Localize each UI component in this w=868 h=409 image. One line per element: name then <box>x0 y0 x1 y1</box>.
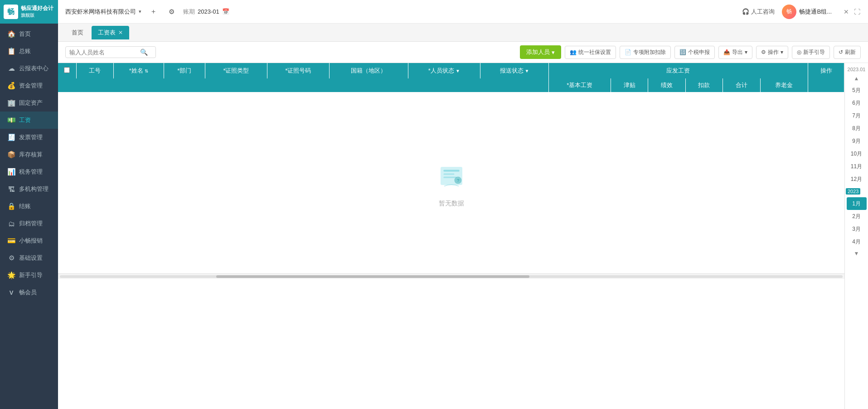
th-allowance: 津贴 <box>611 78 648 92</box>
sidebar-item-expense[interactable]: 💳 小畅报销 <box>0 232 58 249</box>
th-base-salary: *基本工资 <box>548 78 611 92</box>
sidebar-item-guide-label: 新手引导 <box>19 271 43 279</box>
month-1-active[interactable]: 1月 <box>847 197 867 210</box>
sidebar-item-close-account[interactable]: 🔒 结账 <box>0 198 58 215</box>
close-window-button[interactable]: ✕ <box>843 8 850 15</box>
sidebar-item-invoice[interactable]: 🧾 发票管理 <box>0 129 58 146</box>
month-5[interactable]: 5月 <box>847 84 867 97</box>
sidebar-item-home[interactable]: 🏠 首页 <box>0 25 58 43</box>
sidebar-item-archive[interactable]: 🗂 归档管理 <box>0 215 58 232</box>
sidebar-item-invoice-label: 发票管理 <box>19 133 43 141</box>
export-icon: 📤 <box>723 49 730 55</box>
sidebar-nav: 🏠 首页 📋 总账 ☁ 云报表中心 💰 资金管理 🏢 固定资产 💵 工资 🧾 发… <box>0 24 58 409</box>
close-account-icon: 🔒 <box>7 202 15 210</box>
month-4[interactable]: 4月 <box>847 235 867 248</box>
th-pension: 养老金 <box>760 78 808 92</box>
sidebar-item-multi-org[interactable]: 🏗 多机构管理 <box>0 180 58 198</box>
app-name: 畅应通好会计 <box>21 5 53 12</box>
tax-icon: 📊 <box>7 168 15 176</box>
guide-label: 新手引导 <box>803 49 825 56</box>
th-country: 国籍（地区） <box>329 63 408 78</box>
service-label: 人工咨询 <box>751 8 775 16</box>
export-dropdown-icon: ▾ <box>745 49 747 55</box>
sidebar-item-fixed-assets[interactable]: 🏢 固定资产 <box>0 94 58 112</box>
special-deduction-button[interactable]: 📄 专项附加扣除 <box>620 46 671 59</box>
month-10[interactable]: 10月 <box>847 147 867 160</box>
table-header-row: 工号 *姓名 ⇅ *部门 *证照类型 <box>58 63 844 78</box>
month-8[interactable]: 8月 <box>847 122 867 135</box>
tabbar: 首页 工资表 ✕ <box>58 24 868 42</box>
refresh-icon: ↺ <box>839 49 843 55</box>
sidebar-item-fund[interactable]: 💰 资金管理 <box>0 77 58 94</box>
month-12[interactable]: 12月 <box>847 173 867 185</box>
search-input[interactable] <box>69 49 137 56</box>
th-sub-op-empty <box>808 78 844 92</box>
search-box: 🔍 <box>65 46 156 58</box>
salary-table-container: 工号 *姓名 ⇅ *部门 *证照类型 <box>58 63 844 409</box>
sidebar-item-settings[interactable]: ⚙ 基础设置 <box>0 249 58 267</box>
sidebar-item-ledger[interactable]: 📋 总账 <box>0 43 58 60</box>
operation-button[interactable]: ⚙ 操作 ▾ <box>756 46 788 59</box>
th-status[interactable]: *人员状态 ▼ <box>408 63 480 78</box>
svg-rect-3 <box>443 177 456 178</box>
maximize-window-button[interactable]: ⛶ <box>853 8 861 15</box>
scrollbar-thumb[interactable] <box>216 275 529 278</box>
operation-label: 操作 <box>768 49 779 56</box>
topbar-right: 🎧 人工咨询 畅 畅捷通B组... ✕ ⛶ <box>742 5 861 19</box>
th-report-status[interactable]: 报送状态 ▼ <box>480 63 549 78</box>
sidebar-item-multi-org-label: 多机构管理 <box>19 185 48 193</box>
th-total: 合计 <box>723 78 760 92</box>
tab-salary[interactable]: 工资表 ✕ <box>92 26 129 39</box>
month-7[interactable]: 7月 <box>847 109 867 122</box>
fund-icon: 💰 <box>7 82 15 90</box>
th-id-type: *证照类型 <box>205 63 267 78</box>
th-name[interactable]: *姓名 ⇅ <box>113 63 164 78</box>
month-nav-down[interactable]: ▼ <box>849 248 864 259</box>
guide-button[interactable]: ◎ 新手引导 <box>792 46 830 59</box>
month-9[interactable]: 9月 <box>847 135 867 147</box>
month-2[interactable]: 2月 <box>847 210 867 223</box>
filter-report-icon: ▼ <box>525 68 529 73</box>
empty-illustration: ? <box>433 158 470 194</box>
sidebar-item-member[interactable]: V 畅会员 <box>0 284 58 301</box>
personal-tax-button[interactable]: 🔢 个税申报 <box>674 46 715 59</box>
sidebar-item-inventory[interactable]: 📦 库存核算 <box>0 146 58 163</box>
refresh-button[interactable]: ↺ 刷新 <box>834 46 861 59</box>
social-security-button[interactable]: 👥 统一社保设置 <box>565 46 616 59</box>
guide-toolbar-icon: ◎ <box>797 49 801 55</box>
th-deduction: 扣款 <box>685 78 723 92</box>
sidebar-item-salary[interactable]: 💵 工资 <box>0 112 58 129</box>
empty-text: 暂无数据 <box>439 200 464 208</box>
inventory-icon: 📦 <box>7 151 15 159</box>
calendar-icon[interactable]: 📅 <box>222 8 229 15</box>
tab-home[interactable]: 首页 <box>65 26 90 39</box>
avatar[interactable]: 畅 <box>782 5 796 19</box>
tab-salary-close-icon[interactable]: ✕ <box>118 29 123 36</box>
month-6[interactable]: 6月 <box>847 97 867 109</box>
add-company-button[interactable]: ＋ <box>147 5 160 18</box>
settings-button[interactable]: ⚙ <box>165 5 178 18</box>
sidebar-item-tax[interactable]: 📊 税务管理 <box>0 163 58 180</box>
ledger-icon: 📋 <box>7 47 15 55</box>
tab-home-label: 首页 <box>72 29 83 37</box>
sidebar-item-inventory-label: 库存核算 <box>19 151 43 159</box>
export-button[interactable]: 📤 导出 ▾ <box>718 46 752 59</box>
month-11[interactable]: 11月 <box>847 160 867 173</box>
month-nav-up[interactable]: ▲ <box>849 73 864 84</box>
th-salary-group: 应发工资 <box>548 63 808 78</box>
service-button[interactable]: 🎧 人工咨询 <box>742 8 775 16</box>
month-3[interactable]: 3月 <box>847 223 867 235</box>
sidebar-item-ledger-label: 总账 <box>19 47 31 55</box>
toolbar: 🔍 添加人员 ▾ 👥 统一社保设置 📄 专项附加扣除 🔢 个税申报 📤 导出 <box>58 42 868 63</box>
add-person-button[interactable]: 添加人员 ▾ <box>520 45 561 59</box>
multi-org-icon: 🏗 <box>7 185 15 193</box>
sidebar-item-cloud-report[interactable]: ☁ 云报表中心 <box>0 60 58 77</box>
account-period: 账期 2023-01 📅 <box>183 8 229 16</box>
special-deduction-label: 专项附加扣除 <box>633 49 666 56</box>
horizontal-scrollbar[interactable] <box>58 273 844 279</box>
company-selector[interactable]: 西安虾米网络科技有限公司 ▾ <box>65 8 141 16</box>
table-sub-header-row: *基本工资 津贴 绩效 扣款 合计 <box>58 78 844 92</box>
select-all-checkbox[interactable] <box>64 67 70 73</box>
sidebar-item-guide[interactable]: 🌟 新手引导 <box>0 267 58 284</box>
company-dropdown-icon: ▾ <box>139 9 141 15</box>
